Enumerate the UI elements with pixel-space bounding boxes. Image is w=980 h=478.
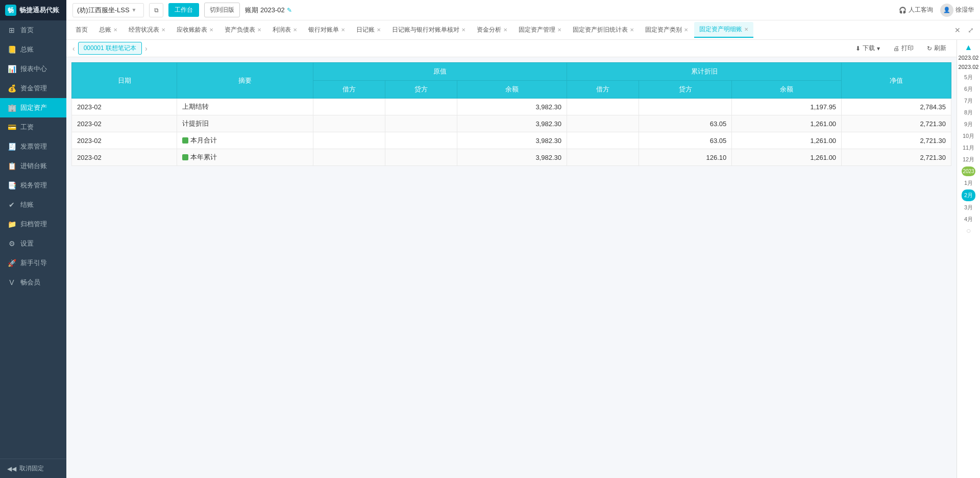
cell-net-value: 2,721.30: [842, 149, 951, 166]
sidebar-item-guide[interactable]: 🚀 新手引导: [0, 253, 66, 273]
tab-fund-analysis[interactable]: 资金分析 ✕: [472, 22, 512, 37]
cell-accum-credit: 63.05: [639, 132, 731, 149]
user-menu[interactable]: 👤 徐湿华: [940, 4, 974, 17]
cell-net-value: 2,721.30: [842, 115, 951, 132]
sidebar: 畅 畅捷通易代账 ⊞ 首页 📒 总账 📊 报表中心 💰 资金管理 🏢 固定资产 …: [0, 0, 66, 478]
tab-profit[interactable]: 利润表 ✕: [267, 22, 302, 37]
tab-receivable-age[interactable]: 应收账龄表 ✕: [172, 22, 218, 37]
sidebar-item-archive[interactable]: 📁 归档管理: [0, 214, 66, 234]
sidebar-item-member[interactable]: V 畅会员: [0, 273, 66, 292]
tab-fixed-asset-mgmt[interactable]: 固定资产管理 ✕: [513, 22, 567, 37]
sidebar-pin-toggle[interactable]: ◀◀ 取消固定: [0, 459, 66, 478]
fixed-assets-icon: 🏢: [7, 104, 16, 112]
tab-journal[interactable]: 日记账 ✕: [351, 22, 386, 37]
tab-fixed-depreciation-stat[interactable]: 固定资产折旧统计表 ✕: [568, 22, 639, 37]
old-version-button[interactable]: 切到旧版: [204, 3, 240, 17]
tab-management-status-close[interactable]: ✕: [161, 27, 165, 33]
tab-management-status[interactable]: 经营状况表 ✕: [124, 22, 170, 37]
copy-icon: ⧉: [154, 7, 159, 14]
sidebar-menu: ⊞ 首页 📒 总账 📊 报表中心 💰 资金管理 🏢 固定资产 💳 工资 🧾 发票…: [0, 20, 66, 459]
sidebar-item-invoice[interactable]: 🧾 发票管理: [0, 137, 66, 156]
timeline-item[interactable]: 1月: [960, 177, 977, 189]
cell-date: 2023-02: [72, 115, 177, 132]
sidebar-item-funds[interactable]: 💰 资金管理: [0, 79, 66, 98]
tab-fixed-asset-detail-close[interactable]: ✕: [744, 27, 748, 32]
sidebar-item-settings[interactable]: ⚙ 设置: [0, 234, 66, 253]
company-name: (劝)江西服坐-LSS: [77, 6, 130, 15]
timeline-scroll-up[interactable]: ▲: [964, 42, 974, 53]
timeline-item[interactable]: 9月: [960, 118, 977, 130]
tab-balance-sheet[interactable]: 资产负债表 ✕: [219, 22, 266, 37]
period-edit-icon[interactable]: ✎: [287, 7, 292, 14]
sidebar-item-settlement[interactable]: ✔ 结账: [0, 195, 66, 214]
nav-back-button[interactable]: ‹: [72, 44, 75, 53]
tab-journal-close[interactable]: ✕: [377, 27, 381, 33]
sidebar-item-ledger[interactable]: 📒 总账: [0, 40, 66, 59]
timeline-item[interactable]: 3月: [960, 202, 977, 213]
tab-bank-statement-close[interactable]: ✕: [341, 27, 345, 33]
tab-close-all-button[interactable]: ✕: [952, 25, 963, 35]
tab-home-label: 首页: [76, 26, 88, 34]
support-link[interactable]: 🎧 人工客询: [899, 6, 933, 14]
sidebar-item-tax[interactable]: 📑 税务管理: [0, 176, 66, 195]
cell-orig-debit: [313, 115, 385, 132]
timeline-item[interactable]: 12月: [960, 154, 977, 165]
sidebar-item-purchase-sales[interactable]: 📋 进销台账: [0, 156, 66, 176]
cell-accum-debit: [567, 149, 639, 166]
tab-journal-bank-verify-close[interactable]: ✕: [461, 27, 465, 33]
cell-summary: 计提折旧: [177, 115, 313, 132]
tab-fixed-asset-type[interactable]: 固定资产类别 ✕: [640, 22, 693, 37]
timeline-item[interactable]: 2023: [962, 166, 975, 176]
tab-fixed-asset-type-close[interactable]: ✕: [684, 27, 688, 33]
reports-icon: 📊: [7, 65, 16, 73]
cell-accum-balance: 1,261.00: [732, 149, 842, 166]
copy-button[interactable]: ⧉: [149, 3, 163, 17]
cell-accum-debit: [567, 99, 639, 115]
sidebar-logo: 畅 畅捷通易代账: [0, 0, 66, 20]
tab-bank-statement[interactable]: 银行对账单 ✕: [303, 22, 350, 37]
ledger-icon: 📒: [7, 45, 16, 54]
sidebar-item-salary[interactable]: 💳 工资: [0, 117, 66, 137]
timeline-item[interactable]: 8月: [960, 107, 977, 118]
support-icon: 🎧: [899, 7, 906, 14]
timeline-item[interactable]: 5月: [960, 71, 977, 83]
tab-fixed-depreciation-stat-close[interactable]: ✕: [630, 27, 634, 33]
timeline-item[interactable]: 10月: [960, 130, 977, 142]
tab-receivable-age-close[interactable]: ✕: [209, 27, 213, 33]
sidebar-item-home[interactable]: ⊞ 首页: [0, 20, 66, 40]
tab-ledger-close[interactable]: ✕: [113, 27, 117, 33]
sidebar-item-tax-label: 税务管理: [20, 181, 47, 190]
tab-ledger[interactable]: 总账 ✕: [94, 22, 122, 37]
tab-profit-close[interactable]: ✕: [293, 27, 297, 33]
tab-balance-sheet-close[interactable]: ✕: [257, 27, 261, 33]
tab-fund-analysis-close[interactable]: ✕: [503, 27, 507, 33]
tab-home[interactable]: 首页: [70, 22, 93, 37]
col-accum-credit: 贷方: [639, 81, 731, 99]
timeline-item[interactable]: 11月: [960, 142, 977, 154]
tab-ledger-label: 总账: [99, 26, 111, 34]
timeline-item[interactable]: 4月: [960, 213, 977, 225]
refresh-button[interactable]: ↻ 刷新: [923, 42, 950, 55]
nav-forward-button[interactable]: ›: [145, 44, 148, 53]
tab-fixed-asset-detail[interactable]: 固定资产明细账 ✕: [694, 22, 753, 38]
tab-fixed-asset-mgmt-close[interactable]: ✕: [557, 27, 561, 33]
breadcrumb-text: 000001 联想笔记本: [84, 44, 136, 53]
sidebar-item-fixed-assets[interactable]: 🏢 固定资产: [0, 98, 66, 117]
timeline-item[interactable]: 6月: [960, 83, 977, 95]
timeline-item[interactable]: 7月: [960, 95, 977, 107]
tab-bank-statement-label: 银行对账单: [308, 26, 339, 34]
guide-icon: 🚀: [7, 259, 16, 267]
workbench-button[interactable]: 工作台: [168, 3, 199, 17]
timeline-scroll-down[interactable]: ○: [965, 225, 972, 236]
tab-expand-button[interactable]: ⤢: [966, 25, 976, 35]
sidebar-item-home-label: 首页: [20, 26, 34, 35]
sidebar-item-reports[interactable]: 📊 报表中心: [0, 59, 66, 79]
breadcrumb-item[interactable]: 000001 联想笔记本: [78, 42, 142, 55]
company-selector[interactable]: (劝)江西服坐-LSS ▼: [72, 3, 144, 17]
download-button[interactable]: ⬇ 下载 ▾: [851, 42, 884, 55]
tax-icon: 📑: [7, 181, 16, 189]
table-row: 2023-02 本月合计 3,982.30 63.05 1,261.00 2,7…: [72, 132, 951, 149]
tab-journal-bank-verify[interactable]: 日记账与银行对账单核对 ✕: [387, 22, 471, 37]
timeline-item[interactable]: 2月: [962, 189, 975, 201]
print-button[interactable]: 🖨 打印: [889, 42, 918, 55]
